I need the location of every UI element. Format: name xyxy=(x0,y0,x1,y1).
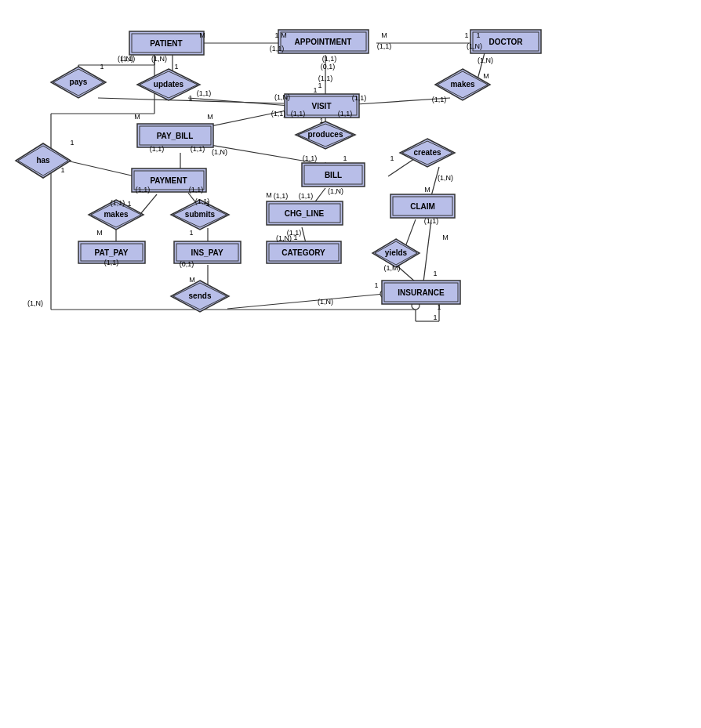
card-m-pb2: M xyxy=(207,113,213,121)
card-bill-cre-1: 1 xyxy=(390,154,394,162)
patient-label: PATIENT xyxy=(150,39,182,48)
card-app-vis-2: 1 xyxy=(318,81,321,89)
card-ins-self-2: 1 xyxy=(433,313,437,321)
card-1-pays: 1 xyxy=(100,63,104,71)
card-app-doc-r2: (1,N) xyxy=(467,42,482,50)
paybill-label: PAY_BILL xyxy=(157,132,194,140)
card-yield-M: M xyxy=(442,234,449,241)
claim-label: CLAIM xyxy=(410,202,435,211)
card-cat-1: 1 xyxy=(293,234,297,241)
card-pays-vis: 1 xyxy=(188,94,192,102)
svg-line-29 xyxy=(141,194,157,213)
pays-label: pays xyxy=(70,78,88,86)
card-yld-ins-2: 1 xyxy=(433,270,437,277)
card-M-pp: M xyxy=(96,229,103,237)
card-pay-sub-1: (1,1) xyxy=(189,186,204,194)
card-makes-vis: (1,1) xyxy=(432,96,447,103)
svg-line-26 xyxy=(423,219,431,282)
card-snd-ins: (1,N) xyxy=(318,298,333,306)
card-yld-ins-1: (1,M) xyxy=(384,264,401,272)
bill-label: BILL xyxy=(325,171,342,179)
card-m-pb: M xyxy=(134,113,140,121)
card-vis-pb-1: (1,1) xyxy=(271,110,286,118)
produces-label: produces xyxy=(307,130,343,139)
svg-line-28 xyxy=(302,227,306,243)
sends-label: sends xyxy=(189,292,212,300)
card-prod-bill: (1,1) xyxy=(303,154,318,162)
diagram-container: PATIENT APPOINTMENT DOCTOR VISIT PAY_BIL… xyxy=(0,0,701,728)
payment-label: PAYMENT xyxy=(150,176,187,185)
chgline-label: CHG_LINE xyxy=(285,209,325,218)
inspay-label: INS_PAY xyxy=(191,248,223,257)
updates-label: updates xyxy=(154,80,184,89)
card-pat-upd: (1,N) xyxy=(151,55,167,63)
category-label: CATEGORY xyxy=(281,248,325,257)
card-pb-bill-1: (1,N) xyxy=(212,148,227,156)
card-sub-ip-1: (1,1) xyxy=(195,197,210,205)
appointment-label: APPOINTMENT xyxy=(295,38,352,46)
visit-label: VISIT xyxy=(311,102,331,110)
card-pat-app-1: M xyxy=(199,31,205,39)
insurance-label: INSURANCE xyxy=(398,288,445,297)
yields-label: yields xyxy=(385,248,408,257)
card-app-doc-1: M xyxy=(381,31,387,39)
card-pat-app-2: 1 xyxy=(274,31,278,39)
makes-doctor-label: makes xyxy=(450,80,475,89)
card-appt-01: (0,1) xyxy=(321,63,336,71)
card-vis-2: (1,1) xyxy=(338,110,353,118)
card-pb-pay1: (1,1) xyxy=(150,145,165,153)
card-ins-self-1: 1 xyxy=(437,303,441,311)
card-has-1: 1 xyxy=(70,139,74,147)
card-pay-mak-1: (1,1) xyxy=(136,186,151,194)
doctor-label: DOCTOR xyxy=(489,38,523,46)
card-1-ip: 1 xyxy=(189,229,193,237)
card-claim-M: M xyxy=(424,186,430,194)
card-M-snd: M xyxy=(189,276,195,284)
card-m-app: (1,1) xyxy=(270,45,285,53)
card-chg-2: (1,1) xyxy=(299,192,314,200)
card-has-2: 1 xyxy=(60,166,64,174)
er-diagram: PATIENT APPOINTMENT DOCTOR VISIT PAY_BIL… xyxy=(0,0,701,728)
card-1-vis-appt: 1 xyxy=(313,86,317,94)
card-chg-1: (1,1) xyxy=(274,192,289,200)
card-bill-chg-2: M xyxy=(266,191,272,199)
card-has-bot: (1,N) xyxy=(27,299,43,307)
patpay-label: PAT_PAY xyxy=(95,248,129,257)
card-appt-11: (1,1) xyxy=(318,74,333,82)
svg-line-34 xyxy=(227,294,384,309)
has-label: has xyxy=(36,156,50,165)
creates-label: creates xyxy=(413,148,441,157)
card-pb-pay2: (1,1) xyxy=(191,145,205,153)
card-app-vis-1: (1,1) xyxy=(322,55,337,63)
card-upd-vis2: (1,N) xyxy=(274,93,290,101)
card-app-doc-r1: (1,1) xyxy=(377,42,392,50)
card-app-doc-2: 1 xyxy=(464,31,468,39)
card-claim-yld: (1,1) xyxy=(424,217,439,225)
makes-pay-label: makes xyxy=(104,210,129,219)
card-1-ins-snd: 1 xyxy=(374,281,378,289)
card-1-upd: 1 xyxy=(174,63,178,71)
card-chg-cat-2: (1,N) xyxy=(276,234,292,242)
card-vis-prod-1: 1 xyxy=(319,117,323,125)
card-m-makes: M xyxy=(483,72,489,80)
card-bill-chg-1: (1,N) xyxy=(328,187,343,195)
card-pp-bot: (1,1) xyxy=(104,259,119,266)
card-mak-pp-1: (1,1) xyxy=(111,199,125,207)
card-prod-bill2: 1 xyxy=(343,154,347,162)
card-m2: M xyxy=(281,31,287,39)
card-ip-snd-1: (0,1) xyxy=(180,260,194,268)
card-1-mak: 1 xyxy=(127,200,131,208)
card-vis-makes: (1,1) xyxy=(352,94,367,102)
card-pat-bot: (1,1) xyxy=(121,55,136,63)
card-1-r: 1 xyxy=(476,31,480,39)
card-vis-1: (1,1) xyxy=(291,110,306,118)
card-cre-claim: (1,N) xyxy=(438,174,453,182)
submits-label: submits xyxy=(185,210,216,219)
card-doc-makes: (1,N) xyxy=(478,56,493,64)
card-upd-vis: (1,1) xyxy=(197,89,212,97)
